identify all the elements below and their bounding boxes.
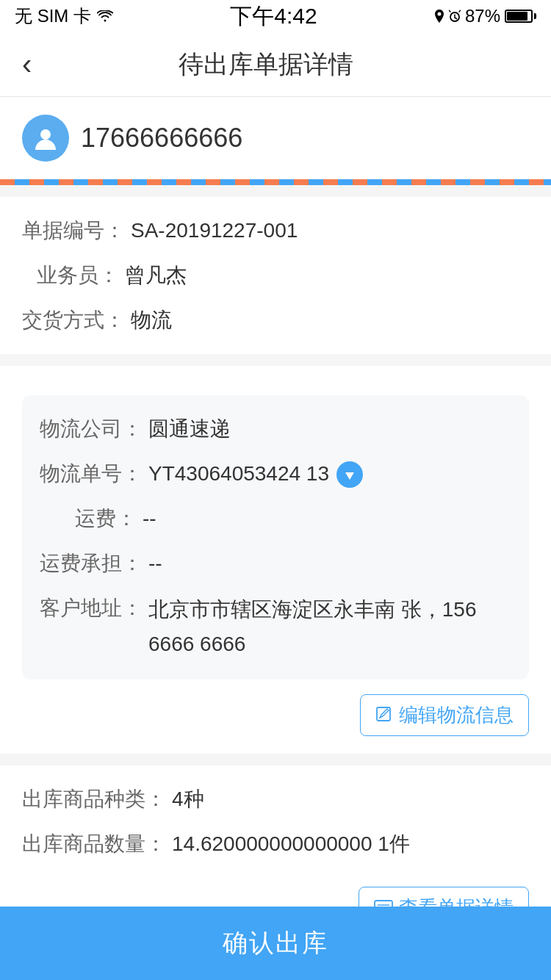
battery-percent: 87% <box>465 6 500 26</box>
order-no-value: SA-20191227-001 <box>131 215 529 248</box>
status-time: 下午4:42 <box>230 1 317 32</box>
freight-row: 运费： -- <box>40 502 511 536</box>
edit-logistics-label: 编辑物流信息 <box>399 702 514 728</box>
freight-bearer-row: 运费承担： -- <box>40 547 511 580</box>
freight-bearer-label: 运费承担： <box>40 547 148 580</box>
edit-icon <box>375 706 393 724</box>
svg-point-1 <box>40 129 51 140</box>
customer-avatar <box>22 115 69 162</box>
carrier-label: 无 SIM 卡 <box>15 4 91 28</box>
delivery-row: 交货方式： 物流 <box>22 304 529 337</box>
goods-quantity-value: 14.620000000000000 1件 <box>172 828 529 861</box>
back-button[interactable]: ‹ <box>22 48 32 81</box>
status-right: 87% <box>434 6 536 26</box>
customer-header: 17666666666 <box>0 97 551 179</box>
order-info-section: 单据编号： SA-20191227-001 业务员： 曾凡杰 交货方式： 物流 <box>0 197 551 354</box>
goods-type-row: 出库商品种类： 4种 <box>22 783 529 816</box>
edit-btn-area: 编辑物流信息 <box>22 680 529 736</box>
address-value: 北京市市辖区海淀区永丰南 张，156 6666 6666 <box>148 592 511 662</box>
alarm-icon <box>449 10 461 23</box>
track-location-icon[interactable] <box>336 461 363 488</box>
address-label: 客户地址： <box>40 592 148 625</box>
person-icon <box>32 125 59 151</box>
status-bar: 无 SIM 卡 下午4:42 87% <box>0 0 551 32</box>
order-no-label: 单据编号： <box>22 215 131 248</box>
tracking-number: YT43064053424 13 <box>148 458 329 491</box>
salesman-label: 业务员： <box>22 259 125 292</box>
dashed-divider <box>0 179 551 185</box>
delivery-value: 物流 <box>131 304 529 337</box>
freight-value: -- <box>143 502 511 536</box>
freight-label: 运费： <box>40 502 143 536</box>
logistics-tracking-value: YT43064053424 13 <box>148 458 511 491</box>
order-no-row: 单据编号： SA-20191227-001 <box>22 215 529 248</box>
battery-indicator <box>505 10 536 23</box>
freight-bearer-value: -- <box>148 547 511 580</box>
salesman-value: 曾凡杰 <box>125 259 529 292</box>
salesman-row: 业务员： 曾凡杰 <box>22 259 529 292</box>
confirm-label: 确认出库 <box>223 926 328 960</box>
logistics-tracking-row: 物流单号： YT43064053424 13 <box>40 458 511 491</box>
address-row: 客户地址： 北京市市辖区海淀区永丰南 张，156 6666 6666 <box>40 592 511 662</box>
logistics-section: 物流公司： 圆通速递 物流单号： YT43064053424 13 运费： --… <box>0 366 551 753</box>
edit-logistics-button[interactable]: 编辑物流信息 <box>360 694 529 736</box>
goods-quantity-label: 出库商品数量： <box>22 828 172 861</box>
goods-type-value: 4种 <box>172 783 529 816</box>
wifi-icon <box>97 10 113 22</box>
logistics-card: 物流公司： 圆通速递 物流单号： YT43064053424 13 运费： --… <box>22 395 529 679</box>
page-title: 待出库单据详情 <box>46 48 485 82</box>
nav-bar: ‹ 待出库单据详情 <box>0 32 551 97</box>
logistics-tracking-label: 物流单号： <box>40 458 148 491</box>
customer-phone: 17666666666 <box>81 123 242 154</box>
logistics-company-value: 圆通速递 <box>148 413 511 446</box>
logistics-company-row: 物流公司： 圆通速递 <box>40 413 511 446</box>
goods-type-label: 出库商品种类： <box>22 783 172 816</box>
status-left: 无 SIM 卡 <box>15 4 113 28</box>
delivery-label: 交货方式： <box>22 304 131 337</box>
location-status-icon <box>434 10 444 23</box>
goods-quantity-row: 出库商品数量： 14.620000000000000 1件 <box>22 828 529 861</box>
confirm-button[interactable]: 确认出库 <box>0 907 551 980</box>
logistics-company-label: 物流公司： <box>40 413 148 446</box>
